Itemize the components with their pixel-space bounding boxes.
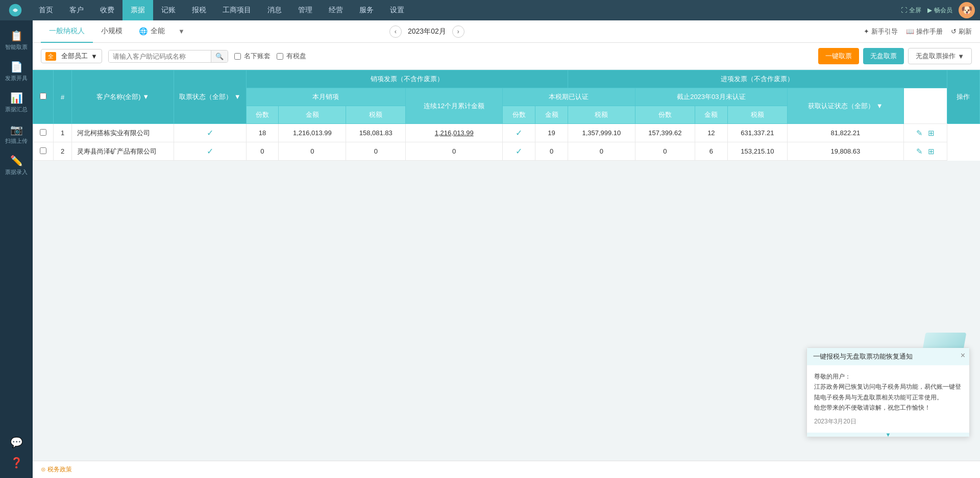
th-tax2: 税额 — [568, 106, 635, 124]
nav-settings[interactable]: 设置 — [382, 0, 412, 20]
diskless-ticket-op-btn[interactable]: 无盘取票操作 ▼ — [908, 48, 972, 64]
row-amount3-0: 631,337.21 — [727, 124, 787, 142]
next-period-btn[interactable]: › — [452, 26, 464, 38]
nav-fee[interactable]: 收费 — [92, 0, 122, 20]
smart-ticket-icon: 📋 — [10, 30, 23, 42]
view-icon-1[interactable]: ⊞ — [928, 147, 935, 156]
fullscreen-btn[interactable]: ⛶ 全屏 — [901, 6, 921, 15]
row-amount2-1: 0 — [568, 142, 635, 161]
nav-message[interactable]: 消息 — [259, 0, 290, 20]
row-action-1: ✎ ⊞ — [903, 142, 947, 161]
sales-status-filter-icon[interactable]: ▼ — [234, 93, 241, 100]
prev-period-btn[interactable]: ‹ — [389, 26, 402, 38]
th-checkbox — [33, 70, 54, 124]
tab-all[interactable]: 🌐 全能 — [131, 20, 173, 43]
nav-customer[interactable]: 客户 — [61, 0, 92, 20]
table-row: 1 河北柯搭栋实业有限公司 ✓ 18 1,216,013.99 158,081.… — [33, 124, 980, 142]
nav-business[interactable]: 工商项目 — [214, 0, 259, 20]
row-checkbox-cell-1 — [33, 142, 54, 161]
purchase-status-icon-1: ✓ — [516, 147, 522, 156]
invoice-summary-icon: 📊 — [10, 92, 23, 104]
scan-upload-icon: 📷 — [10, 123, 23, 136]
sidebar-item-invoice-entry[interactable]: ✏️ 票据录入 — [0, 150, 33, 180]
sales-status-icon-0: ✓ — [207, 129, 213, 137]
th-purchase-group: 进项发票（不含作废票） — [568, 70, 947, 88]
sidebar-item-smart-ticket[interactable]: 📋 智能取票 — [0, 26, 33, 55]
row-num-0: 1 — [54, 124, 72, 142]
vip-btn[interactable]: ▶ 畅会员 — [927, 6, 952, 15]
row-checkbox-1[interactable] — [40, 147, 46, 154]
th-count1: 份数 — [246, 106, 279, 124]
nav-bookkeeping[interactable]: 记账 — [153, 0, 184, 20]
th-cumulative: 连续12个月累计金额 — [406, 88, 503, 124]
help-icon: ❓ — [10, 457, 23, 469]
row-customer-0: 河北柯搭栋实业有限公司 — [72, 124, 174, 142]
row-checkbox-0[interactable] — [40, 129, 46, 136]
all-tag: 全 — [45, 52, 56, 61]
tab-general-taxpayer[interactable]: 一般纳税人 — [41, 20, 93, 43]
vip-icon: ▶ — [927, 7, 932, 14]
th-amount3: 金额 — [695, 106, 727, 124]
purchase-status-filter-icon[interactable]: ▼ — [876, 102, 883, 110]
nav-invoice[interactable]: 票据 — [122, 0, 153, 20]
period-navigation: ‹ 2023年02月 › — [389, 26, 464, 38]
nav-operation[interactable]: 经营 — [321, 0, 351, 20]
row-purchase-status-0: ✓ — [503, 124, 535, 142]
edit-icon-0[interactable]: ✎ — [916, 129, 923, 137]
tax-disk-checkbox-label[interactable]: 有税盘 — [277, 52, 306, 61]
row-sales-status-1: ✓ — [174, 142, 247, 161]
employee-select[interactable]: 全 全部员工 ▼ — [41, 49, 102, 63]
nav-manage[interactable]: 管理 — [290, 0, 321, 20]
th-not-certified: 截止2023年03月未认证 — [635, 88, 787, 106]
popup-close-btn[interactable]: × — [961, 351, 965, 360]
view-icon-0[interactable]: ⊞ — [928, 129, 935, 137]
filter-icon[interactable]: ▼ — [142, 93, 149, 100]
sidebar-item-invoice-summary[interactable]: 📊 票据汇总 — [0, 88, 33, 117]
diskless-ticket-btn[interactable]: 无盘取票 — [863, 48, 904, 64]
invoice-entry-icon: ✏️ — [10, 155, 23, 167]
tax-disk-checkbox[interactable] — [277, 53, 283, 60]
popup-scroll-btn[interactable]: ▼ — [886, 432, 891, 438]
cumulative-link-0[interactable]: 1,216,013.99 — [435, 129, 474, 137]
row-purchase-status-1: ✓ — [503, 142, 535, 161]
sidebar-item-help[interactable]: ❓ — [8, 452, 25, 473]
customer-search-input[interactable] — [109, 51, 211, 62]
nav-service[interactable]: 服务 — [351, 0, 382, 20]
th-num: # — [54, 70, 72, 124]
th-count2: 份数 — [503, 106, 535, 124]
select-all-checkbox[interactable] — [40, 93, 46, 99]
account-checkbox[interactable] — [234, 53, 241, 60]
th-tax1: 税额 — [346, 106, 406, 124]
bottom-bar[interactable]: ⊙ 税务政策 — [33, 461, 980, 478]
row-amount1-0: 1,216,013.99 — [279, 124, 346, 142]
new-guide-btn[interactable]: ✦ 新手引导 — [864, 27, 898, 36]
chat-icon: 💬 — [10, 436, 23, 448]
row-tax3-1: 19,808.63 — [787, 142, 903, 161]
tab-small-scale[interactable]: 小规模 — [93, 20, 131, 43]
tab-more[interactable]: ▼ — [173, 28, 190, 35]
refresh-btn[interactable]: ↺ 刷新 — [951, 27, 972, 36]
sidebar-bottom: 💬 ❓ — [8, 432, 25, 473]
edit-icon-1[interactable]: ✎ — [916, 147, 923, 156]
sidebar-item-issue-invoice[interactable]: 📄 发票开具 — [0, 57, 33, 86]
user-avatar[interactable]: 🐶 — [959, 2, 975, 18]
account-checkbox-label[interactable]: 名下账套 — [234, 52, 271, 61]
nav-tax[interactable]: 报税 — [184, 0, 214, 20]
popup-footer: ▼ — [807, 433, 969, 437]
row-num-1: 2 — [54, 142, 72, 161]
sidebar-item-scan-upload[interactable]: 📷 扫描上传 — [0, 119, 33, 148]
top-navigation: 首页 客户 收费 票据 记账 报税 工商项目 消息 管理 经营 服务 设置 ⛶ … — [0, 0, 980, 20]
one-click-ticket-btn[interactable]: 一键取票 — [818, 48, 859, 64]
popup-line1: 尊敬的用户： — [814, 371, 962, 382]
row-tax2-1: 0 — [635, 142, 695, 161]
th-customer: 客户名称(全部) ▼ — [72, 70, 174, 124]
nav-home[interactable]: 首页 — [31, 0, 61, 20]
tax-policy-link[interactable]: ⊙ 税务政策 — [41, 465, 72, 474]
th-month-sales: 本月销项 — [246, 88, 406, 106]
sidebar-item-chat[interactable]: 💬 — [8, 432, 25, 452]
row-count1-0: 18 — [246, 124, 279, 142]
manual-btn[interactable]: 📖 操作手册 — [906, 27, 943, 36]
search-button[interactable]: 🔍 — [211, 51, 228, 62]
popup-title: 一键报税与无盘取票功能恢复通知 — [813, 353, 913, 360]
nav-right-actions: ⛶ 全屏 ▶ 畅会员 🐶 — [901, 2, 975, 18]
